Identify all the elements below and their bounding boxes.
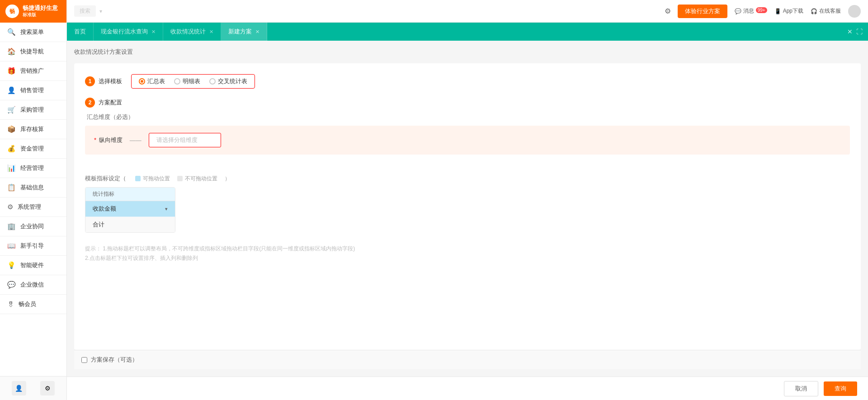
member-icon: 🎖 — [7, 301, 14, 308]
radio-cross-dot — [209, 78, 216, 85]
section2-number: 2 — [85, 98, 95, 108]
sidebar-item-operation[interactable]: 📊 经营管理 — [0, 159, 66, 178]
content-area: 收款情况统计方案设置 1 选择模板 汇总表 明细表 — [67, 41, 868, 376]
sidebar-item-label: 畅会员 — [19, 300, 36, 308]
dimension-select-placeholder: 请选择分组维度 — [156, 136, 198, 144]
radio-summary-dot — [139, 78, 145, 85]
tab-bank-flow[interactable]: 现金银行流水查询 ✕ — [94, 23, 163, 41]
cancel-button[interactable]: 取消 — [784, 381, 818, 396]
sidebar-item-corp-wechat[interactable]: 💬 企业微信 — [0, 275, 66, 295]
tabbar: 首页 现金银行流水查询 ✕ 收款情况统计 ✕ 新建方案 ✕ ✕ ⛶ — [67, 23, 868, 41]
sidebar-item-search-menu[interactable]: 🔍 搜索菜单 — [0, 23, 66, 42]
sidebar-item-label: 快捷导航 — [20, 47, 44, 56]
main-wrapper: 搜索 ▾ ⚙ 体验行业方案 💬 消息 99+ 📱 App下载 🎧 在线客服 首页 — [67, 0, 868, 400]
tab-receipt-stats-label: 收款情况统计 — [170, 28, 206, 36]
radio-detail[interactable]: 明细表 — [174, 77, 200, 85]
radio-detail-label: 明细表 — [183, 77, 200, 85]
radio-cross-label: 交叉统计表 — [218, 77, 247, 85]
tab-expand[interactable]: ⛶ — [856, 28, 863, 35]
tab-receipt-stats[interactable]: 收款情况统计 ✕ — [163, 23, 221, 41]
sidebar-item-label: 销售管理 — [20, 86, 44, 94]
sidebar-footer-icon-1[interactable]: 👤 — [12, 381, 26, 395]
basic-info-icon: 📋 — [7, 184, 16, 192]
sidebar-item-label: 企业微信 — [20, 281, 44, 289]
sidebar-item-member[interactable]: 🎖 畅会员 — [0, 295, 66, 314]
breadcrumb-arrow: ▾ — [99, 8, 102, 14]
sidebar-item-label: 搜索菜单 — [20, 28, 44, 36]
metrics-table-header: 统计指标 — [85, 188, 175, 201]
tab-close-all[interactable]: ✕ — [847, 28, 853, 35]
sidebar-item-inventory[interactable]: 📦 库存核算 — [0, 120, 66, 139]
tab-receipt-stats-close[interactable]: ✕ — [209, 29, 213, 35]
sidebar-item-sales[interactable]: 👤 销售管理 — [0, 81, 66, 100]
marketing-icon: 🎁 — [7, 67, 16, 75]
operation-icon: 📊 — [7, 164, 16, 172]
sidebar-item-label: 库存核算 — [20, 125, 44, 133]
system-icon: ⚙ — [7, 203, 13, 211]
section1-row: 1 选择模板 汇总表 明细表 交叉统计表 — [85, 74, 850, 89]
industry-btn[interactable]: 体验行业方案 — [678, 5, 727, 18]
gear-icon[interactable]: ⚙ — [661, 5, 674, 18]
sidebar-item-purchase[interactable]: 🛒 采购管理 — [0, 100, 66, 120]
radio-summary-label: 汇总表 — [147, 77, 165, 85]
dimension-row: * 纵向维度 —— 请选择分组维度 — [94, 133, 841, 147]
sidebar-item-label: 新手引导 — [20, 242, 44, 250]
save-checkbox[interactable] — [81, 357, 87, 363]
bottom-bar: 取消 查询 — [67, 376, 868, 400]
quick-nav-icon: 🏠 — [7, 47, 16, 56]
section2-title: 方案配置 — [99, 99, 122, 107]
notification-btn[interactable]: 💬 消息 99+ — [735, 7, 767, 15]
online-service-btn[interactable]: 🎧 在线客服 — [811, 7, 841, 15]
sidebar-footer: 👤 ⚙ — [0, 376, 66, 400]
template-radio-group: 汇总表 明细表 交叉统计表 — [131, 74, 255, 89]
sidebar-item-label: 经营管理 — [20, 164, 44, 172]
radio-cross[interactable]: 交叉统计表 — [209, 77, 247, 85]
tab-bank-flow-close[interactable]: ✕ — [151, 29, 156, 35]
save-label: 方案保存（可选） — [91, 356, 138, 364]
logo-badge: 标准版 — [23, 12, 58, 18]
sidebar-item-label: 资金管理 — [20, 145, 44, 153]
sidebar-item-finance[interactable]: 💰 资金管理 — [0, 139, 66, 159]
legend-close-paren: ） — [225, 175, 230, 183]
query-button[interactable]: 查询 — [824, 381, 857, 396]
sidebar-item-corp-collab[interactable]: 🏢 企业协同 — [0, 217, 66, 236]
radio-summary[interactable]: 汇总表 — [139, 77, 165, 85]
dimension-config: 汇总维度（必选） * 纵向维度 —— 请选择分组维度 — [85, 113, 850, 162]
tabbar-controls: ✕ ⛶ — [842, 23, 868, 41]
sidebar-item-newbie[interactable]: 📖 新手引导 — [0, 236, 66, 256]
sidebar-item-system[interactable]: ⚙ 系统管理 — [0, 198, 66, 217]
dimension-arrow: —— — [130, 137, 142, 144]
metrics-section: 模板指标设定（ 可拖动位置 不可拖动位置 ） — [85, 174, 850, 234]
sidebar-item-quick-nav[interactable]: 🏠 快捷导航 — [0, 42, 66, 61]
app-download-btn[interactable]: 📱 App下载 — [774, 7, 803, 15]
metrics-label: 模板指标设定（ — [85, 174, 126, 183]
user-avatar[interactable] — [848, 5, 861, 18]
legend-non-draggable-label: 不可拖动位置 — [185, 175, 217, 183]
app-download-icon: 📱 — [774, 8, 781, 14]
tip-2: 2.点击标题栏下拉可设置排序、插入列和删除列 — [85, 254, 850, 262]
newbie-icon: 📖 — [7, 242, 16, 250]
sidebar-item-smart-hw[interactable]: 💡 智能硬件 — [0, 256, 66, 275]
dimension-box: * 纵向维度 —— 请选择分组维度 — [85, 126, 850, 155]
sidebar-item-marketing[interactable]: 🎁 营销推广 — [0, 61, 66, 81]
sidebar-item-label: 企业协同 — [20, 222, 44, 231]
tip-1: 提示： 1.拖动标题栏可以调整布局，不可跨维度或指标区域拖动栏目字段(只能在同一… — [85, 245, 850, 253]
tips-section: 提示： 1.拖动标题栏可以调整布局，不可跨维度或指标区域拖动栏目字段(只能在同一… — [85, 241, 850, 268]
legend-non-draggable-dot — [177, 176, 183, 181]
sales-icon: 👤 — [7, 86, 16, 94]
tab-new-plan-close[interactable]: ✕ — [255, 29, 259, 35]
sidebar-item-label: 采购管理 — [20, 106, 44, 114]
legend-non-draggable: 不可拖动位置 — [177, 175, 217, 183]
corp-wechat-icon: 💬 — [7, 281, 16, 289]
metrics-cell-label: 收款金额 — [93, 205, 116, 213]
sidebar-footer-icon-2[interactable]: ⚙ — [40, 381, 55, 395]
dimension-select[interactable]: 请选择分组维度 — [149, 133, 221, 147]
breadcrumb-search[interactable]: 搜索 — [74, 5, 96, 17]
metrics-cell-amount[interactable]: 收款金额 ▾ — [85, 201, 175, 217]
tab-new-plan[interactable]: 新建方案 ✕ — [221, 23, 267, 41]
tab-home[interactable]: 首页 — [67, 23, 94, 41]
sidebar-item-basic-info[interactable]: 📋 基础信息 — [0, 178, 66, 198]
sidebar-logo: 畅 畅捷通好生意 标准版 — [0, 0, 66, 23]
radio-detail-dot — [174, 78, 180, 85]
tab-home-label: 首页 — [74, 28, 86, 36]
